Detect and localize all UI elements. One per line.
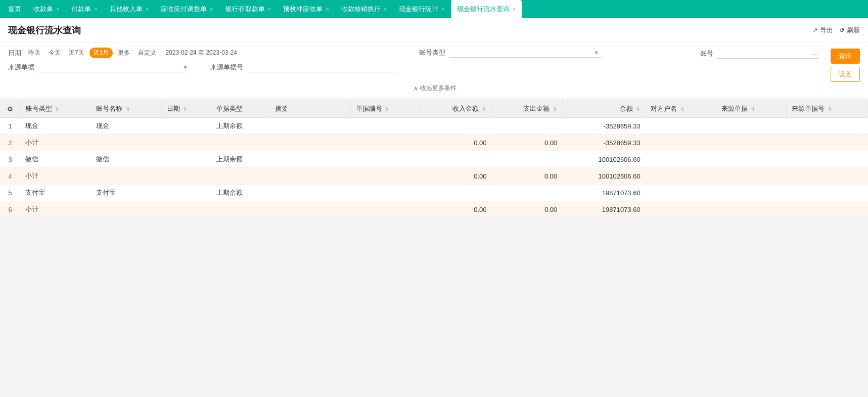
nav-tab-other-income[interactable]: 其他收入单 × bbox=[104, 0, 155, 18]
source-doc-no-input[interactable] bbox=[247, 62, 399, 72]
col-doc-type: 单据类型 bbox=[211, 100, 270, 118]
filter-row-account-type: 账号类型 ▼ bbox=[419, 48, 700, 58]
refresh-icon: ↺ bbox=[839, 26, 845, 34]
row-seq: 6 bbox=[0, 201, 20, 218]
cell-source-doc-no bbox=[787, 135, 868, 151]
cell-source-doc bbox=[716, 135, 787, 151]
close-receipt-icon[interactable]: × bbox=[56, 6, 59, 12]
export-button[interactable]: ↗ 导出 bbox=[812, 26, 833, 35]
top-navigation: 首页 收款单 × 付款单 × 其他收入单 × 应收应付调整单 × 银行存取款单 … bbox=[0, 0, 868, 18]
col-counterparty[interactable]: 对方户名 ⇅ bbox=[646, 100, 716, 118]
sort-expense-icon: ⇅ bbox=[553, 106, 557, 112]
filter-middle: 账号类型 ▼ bbox=[399, 48, 700, 62]
cell-source-doc-no bbox=[787, 118, 868, 135]
col-doc-no[interactable]: 单据编号 ⇅ bbox=[350, 100, 421, 118]
close-other-income-icon[interactable]: × bbox=[146, 6, 149, 12]
cell-balance: 19871073.60 bbox=[562, 185, 645, 201]
sort-date-icon: ⇅ bbox=[183, 106, 187, 112]
nav-tab-receipt-verify[interactable]: 收款核销执行 × bbox=[335, 0, 393, 18]
account-input[interactable] bbox=[717, 49, 810, 58]
account-type-select[interactable] bbox=[449, 48, 601, 57]
nav-tab-cash-stat[interactable]: 现金银行统计 × bbox=[393, 0, 450, 18]
sort-counterparty-icon: ⇅ bbox=[680, 106, 684, 112]
close-ar-ap-icon[interactable]: × bbox=[210, 6, 213, 12]
cell-balance: -3528659.33 bbox=[562, 135, 645, 151]
source-doc-select-wrapper: ▼ bbox=[38, 62, 190, 72]
cell-source-doc-no bbox=[787, 201, 868, 218]
date-opt-1month[interactable]: 近1月 bbox=[89, 48, 113, 58]
source-doc-no-label: 来源单据号 bbox=[210, 63, 243, 72]
nav-tab-home[interactable]: 首页 bbox=[2, 0, 27, 18]
source-doc-label: 来源单据 bbox=[8, 63, 34, 72]
cell-doc-no bbox=[350, 135, 421, 151]
cell-income: 0.00 bbox=[421, 135, 492, 151]
close-prepay-icon[interactable]: × bbox=[326, 6, 329, 12]
cell-income: 0.00 bbox=[421, 201, 492, 218]
cell-account-name bbox=[91, 135, 162, 151]
close-cash-stat-icon[interactable]: × bbox=[441, 6, 444, 12]
cell-summary bbox=[270, 135, 350, 151]
close-receipt-verify-icon[interactable]: × bbox=[384, 6, 387, 12]
table-row: 6小计0.000.0019871073.60 bbox=[0, 201, 868, 218]
table-settings-icon[interactable]: ⚙ bbox=[7, 105, 13, 113]
nav-tab-payment[interactable]: 付款单 × bbox=[65, 0, 103, 18]
filter-row-source: 来源单据 ▼ 来源单据号 bbox=[8, 62, 399, 72]
close-cash-flow-icon[interactable]: × bbox=[513, 6, 516, 12]
cell-account-type: 微信 bbox=[20, 151, 91, 168]
settings-column-header[interactable]: ⚙ bbox=[0, 100, 20, 118]
collapse-up-icon: ∧ bbox=[414, 85, 418, 92]
col-account-name[interactable]: 账号名称 ⇅ bbox=[91, 100, 162, 118]
cell-account-name: 现金 bbox=[91, 118, 162, 135]
cell-doc-no bbox=[350, 118, 421, 135]
cell-doc-type: 上期余额 bbox=[211, 151, 270, 168]
refresh-button[interactable]: ↺ 刷新 bbox=[839, 26, 860, 35]
col-date[interactable]: 日期 ⇅ bbox=[161, 100, 211, 118]
row-seq: 5 bbox=[0, 185, 20, 201]
col-balance[interactable]: 余额 ⇅ bbox=[562, 100, 645, 118]
cell-income bbox=[421, 185, 492, 201]
date-opt-more[interactable]: 更多 bbox=[115, 48, 133, 58]
table-row: 4小计0.000.00100102606.60 bbox=[0, 168, 868, 185]
cell-counterparty bbox=[646, 168, 716, 185]
col-account-type[interactable]: 账号类型 ⇅ bbox=[20, 100, 91, 118]
date-opt-7days[interactable]: 近7天 bbox=[66, 48, 87, 58]
nav-tab-prepay-offset[interactable]: 预收冲应收单 × bbox=[277, 0, 335, 18]
row-seq: 4 bbox=[0, 168, 20, 185]
cell-counterparty bbox=[646, 135, 716, 151]
sort-source-doc-icon: ⇅ bbox=[751, 106, 755, 112]
account-type-select-wrapper: ▼ bbox=[449, 48, 601, 58]
close-bank-deposit-icon[interactable]: × bbox=[268, 6, 271, 12]
cell-account-name: 支付宝 bbox=[91, 185, 162, 201]
nav-tab-receipt[interactable]: 收款单 × bbox=[27, 0, 65, 18]
account-input-wrapper: ··· bbox=[717, 49, 818, 59]
account-more-icon[interactable]: ··· bbox=[812, 50, 818, 58]
date-opt-yesterday[interactable]: 昨天 bbox=[25, 48, 43, 58]
date-range-display: 2023-02-24 至 2023-03-24 bbox=[165, 49, 237, 57]
col-income[interactable]: 收入金额 ⇅ bbox=[421, 100, 492, 118]
col-source-doc[interactable]: 来源单据 ⇅ bbox=[716, 100, 787, 118]
col-source-doc-no[interactable]: 来源单据号 ⇅ bbox=[787, 100, 868, 118]
source-doc-select[interactable] bbox=[38, 62, 190, 72]
date-opt-custom[interactable]: 自定义 bbox=[135, 48, 159, 58]
cell-account-type: 支付宝 bbox=[20, 185, 91, 201]
nav-tab-cash-flow[interactable]: 现金银行流水查询 × bbox=[451, 0, 522, 18]
collapse-filter-button[interactable]: ∧ 收起更多条件 bbox=[8, 82, 860, 95]
cash-flow-table: ⚙ 账号类型 ⇅ 账号名称 ⇅ 日期 ⇅ 单据类型 摘要 bbox=[0, 100, 868, 218]
cell-income bbox=[421, 118, 492, 135]
cell-summary bbox=[270, 168, 350, 185]
close-payment-icon[interactable]: × bbox=[94, 6, 97, 12]
date-opt-today[interactable]: 今天 bbox=[45, 48, 64, 58]
table-wrapper: ⚙ 账号类型 ⇅ 账号名称 ⇅ 日期 ⇅ 单据类型 摘要 bbox=[0, 100, 868, 218]
nav-tab-bank-deposit[interactable]: 银行存取款单 × bbox=[219, 0, 277, 18]
cell-date bbox=[161, 151, 211, 168]
query-button[interactable]: 查询 bbox=[831, 49, 860, 64]
cell-doc-type bbox=[211, 201, 270, 218]
cell-source-doc-no bbox=[787, 185, 868, 201]
col-expense[interactable]: 支出金额 ⇅ bbox=[492, 100, 563, 118]
settings-button[interactable]: 设置 bbox=[831, 67, 860, 82]
cell-counterparty bbox=[646, 151, 716, 168]
nav-tab-ar-ap-adjust[interactable]: 应收应付调整单 × bbox=[155, 0, 219, 18]
sort-source-doc-no-icon: ⇅ bbox=[828, 106, 832, 112]
cell-date bbox=[161, 201, 211, 218]
cell-source-doc bbox=[716, 185, 787, 201]
